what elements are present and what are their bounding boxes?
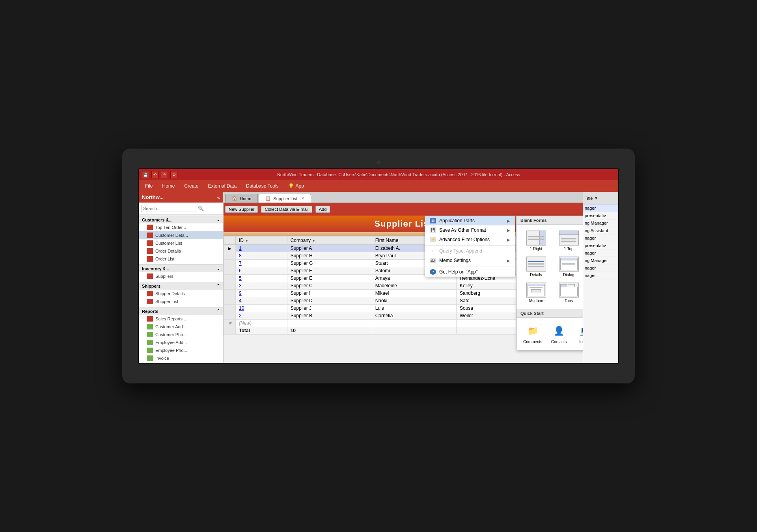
menu-home[interactable]: Home bbox=[157, 180, 179, 192]
cell-id[interactable]: 1 bbox=[236, 245, 287, 252]
shippers-chevron-icon: ⌃ bbox=[216, 283, 220, 288]
template-1-top[interactable]: 1 Top bbox=[552, 228, 583, 254]
close-tab-icon[interactable]: ✕ bbox=[301, 196, 304, 201]
dropdown-item-application-parts[interactable]: ▦ Application Parts ▶ bbox=[425, 216, 515, 225]
cell-id[interactable]: 6 bbox=[236, 267, 287, 275]
id-link[interactable]: 4 bbox=[239, 298, 242, 303]
sidebar-item-customer-phone[interactable]: Customer Pho... bbox=[139, 331, 223, 339]
cell-id[interactable]: 2 bbox=[236, 312, 287, 320]
row-selector bbox=[224, 297, 236, 305]
sidebar-section-reports-header[interactable]: Reports ⌃ bbox=[139, 307, 223, 315]
application-parts-left: ▦ Application Parts bbox=[430, 218, 475, 223]
id-link[interactable]: 8 bbox=[239, 253, 242, 259]
issues-qs-icon: 💻 bbox=[577, 324, 583, 339]
save-icon[interactable]: 💾 bbox=[142, 171, 149, 178]
th-id[interactable]: ID ▼ bbox=[236, 236, 287, 245]
blank-forms-label: Blank Forms bbox=[520, 218, 547, 223]
collect-data-button[interactable]: Collect Data via E-mail bbox=[261, 206, 312, 213]
sidebar-item-shipper-details[interactable]: Shipper Details bbox=[139, 290, 223, 298]
tab-home[interactable]: 🏠 Home bbox=[225, 194, 258, 203]
qs-issues[interactable]: 💻 Issues bbox=[572, 321, 583, 347]
shipper-list-label: Shipper List bbox=[155, 299, 178, 304]
menu-external-data[interactable]: External Data bbox=[203, 180, 241, 192]
settings-icon[interactable]: ⚙ bbox=[170, 171, 177, 178]
id-link[interactable]: 5 bbox=[239, 275, 242, 281]
id-link[interactable]: 2 bbox=[239, 313, 242, 318]
id-link[interactable]: 6 bbox=[239, 268, 242, 273]
search-icon[interactable]: 🔍 bbox=[198, 206, 204, 211]
content-area: 🏠 Home 📋 Supplier List ✕ New Supplier Co… bbox=[224, 192, 583, 363]
dropdown-item-advanced-filter[interactable]: ⚡ Advanced Filter Options ▶ bbox=[425, 235, 515, 244]
dropdown-sep-2 bbox=[425, 266, 515, 266]
sidebar-item-invoice[interactable]: Invoice bbox=[139, 354, 223, 362]
menu-file[interactable]: File bbox=[140, 180, 157, 192]
undo-icon[interactable]: ↶ bbox=[151, 171, 158, 178]
shipper-details-label: Shipper Details bbox=[155, 291, 185, 296]
comments-qs-icon: 📁 bbox=[525, 324, 541, 339]
order-list-icon bbox=[147, 256, 153, 262]
cell-id[interactable]: 7 bbox=[236, 260, 287, 267]
sales-reports-label: Sales Reports ... bbox=[155, 316, 187, 321]
cell-id[interactable]: 3 bbox=[236, 282, 287, 290]
th-company[interactable]: Company ▼ bbox=[287, 236, 372, 245]
menu-database-tools[interactable]: Database Tools bbox=[241, 180, 283, 192]
dropdown-item-memo-settings[interactable]: ab| Memo Settings ▶ bbox=[425, 256, 515, 265]
id-link[interactable]: 3 bbox=[239, 283, 242, 288]
template-dialog[interactable]: Dialog bbox=[552, 254, 583, 280]
template-details[interactable]: Details bbox=[520, 254, 552, 280]
id-link[interactable]: 9 bbox=[239, 290, 242, 296]
new-row-id[interactable]: (New) bbox=[236, 320, 287, 327]
id-link[interactable]: 7 bbox=[239, 260, 242, 266]
top-ten-orders-label: Top Ten Order... bbox=[155, 225, 186, 230]
redo-icon[interactable]: ↷ bbox=[161, 171, 168, 178]
sidebar-item-customer-address[interactable]: Customer Add... bbox=[139, 323, 223, 331]
cell-id[interactable]: 5 bbox=[236, 275, 287, 282]
sidebar-item-employee-address[interactable]: Employee Add... bbox=[139, 339, 223, 346]
row-selector bbox=[224, 252, 236, 260]
sidebar-item-customer-list[interactable]: Customer List bbox=[139, 239, 223, 247]
cell-id[interactable]: 4 bbox=[236, 297, 287, 305]
sidebar-item-shipper-list[interactable]: Shipper List bbox=[139, 298, 223, 305]
sidebar-item-top-ten-orders[interactable]: Top Ten Order... bbox=[139, 223, 223, 231]
employee-address-icon bbox=[147, 340, 153, 345]
supplier-list-tab-icon: 📋 bbox=[265, 196, 271, 201]
cell-id[interactable]: 8 bbox=[236, 252, 287, 260]
add-button[interactable]: Add bbox=[315, 206, 330, 213]
cell-id[interactable]: 10 bbox=[236, 305, 287, 312]
company-sort-icon: ▼ bbox=[312, 239, 315, 243]
sidebar-item-order-list[interactable]: Order List bbox=[139, 255, 223, 263]
cell-company: Supplier A bbox=[287, 245, 372, 252]
id-link[interactable]: 1 bbox=[239, 246, 242, 251]
suppliers-label: Suppliers bbox=[155, 274, 173, 279]
cell-company: Supplier B bbox=[287, 312, 372, 320]
sidebar-item-customer-details[interactable]: Customer Deta... bbox=[139, 231, 223, 239]
tab-supplier-list[interactable]: 📋 Supplier List ✕ bbox=[259, 194, 311, 203]
search-input[interactable] bbox=[141, 205, 196, 212]
sidebar-item-sales-reports[interactable]: Sales Reports ... bbox=[139, 315, 223, 323]
qs-comments[interactable]: 📁 Comments bbox=[520, 321, 546, 347]
sidebar-item-order-details[interactable]: Order Details bbox=[139, 247, 223, 255]
template-tabs[interactable]: Tabs bbox=[552, 280, 583, 306]
customer-list-icon bbox=[147, 240, 153, 246]
template-msgbox[interactable]: Msgbox bbox=[520, 280, 552, 306]
cell-id[interactable]: 9 bbox=[236, 290, 287, 297]
menu-create[interactable]: Create bbox=[179, 180, 203, 192]
sidebar-collapse-icon[interactable]: « bbox=[217, 194, 220, 200]
sidebar-section-customers-header[interactable]: Customers &... ⌄ bbox=[139, 216, 223, 223]
sidebar-item-employee-phone[interactable]: Employee Pho... bbox=[139, 346, 223, 354]
template-1-right[interactable]: 1 Right bbox=[520, 228, 552, 254]
qs-contacts[interactable]: 👤 Contacts bbox=[546, 321, 572, 347]
sidebar-section-shippers-header[interactable]: Shippers ⌃ bbox=[139, 282, 223, 290]
dropdown-item-help[interactable]: ? Get Help on "App" bbox=[425, 267, 515, 277]
id-link[interactable]: 10 bbox=[239, 305, 244, 311]
new-supplier-button[interactable]: New Supplier bbox=[225, 206, 258, 213]
dropdown-item-save-as[interactable]: 💾 Save As Other Format ▶ bbox=[425, 225, 515, 235]
sales-reports-icon bbox=[147, 316, 153, 322]
menu-app[interactable]: 💡 App bbox=[283, 182, 309, 190]
total-empty-1 bbox=[372, 327, 456, 335]
new-row-selector: ✱ bbox=[224, 320, 236, 327]
new-row-label: (New) bbox=[239, 320, 252, 326]
template-tabs-label: Tabs bbox=[565, 299, 573, 303]
sidebar-section-inventory-header[interactable]: Inventory & ... ⌄ bbox=[139, 264, 223, 272]
sidebar-item-suppliers[interactable]: Suppliers bbox=[139, 272, 223, 280]
